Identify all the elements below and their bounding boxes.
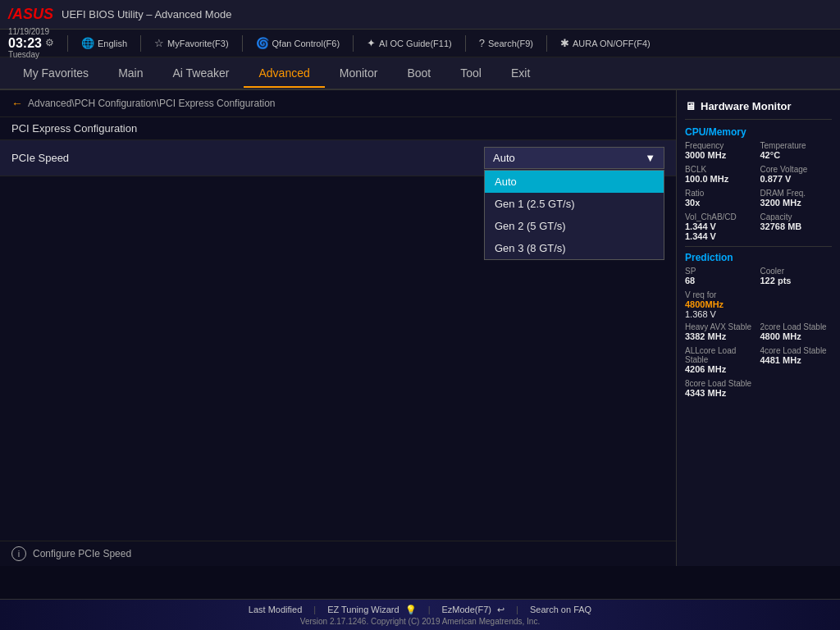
cpu-memory-section-title: CPU/Memory <box>685 126 832 138</box>
v-req-label: V req for <box>685 290 832 299</box>
nav-my-favorites[interactable]: My Favorites <box>8 60 103 86</box>
sp-cooler-row: SP 68 Cooler 122 pts <box>685 267 832 285</box>
footer-top: Last Modified | EZ Tuning Wizard 💡 | EzM… <box>237 605 603 615</box>
bclk-label: BCLK <box>685 165 757 174</box>
frequency-label: Frequency <box>685 141 757 150</box>
qfan-icon: 🌀 <box>256 37 269 49</box>
v-req-value: 1.368 V <box>685 309 832 319</box>
pcie-speed-dropdown[interactable]: Auto ▼ <box>484 147 664 169</box>
time-display: 03:23 <box>8 36 42 51</box>
footer-ez-tuning[interactable]: EZ Tuning Wizard 💡 <box>316 605 427 615</box>
cooler-value: 122 pts <box>760 276 833 285</box>
twocore-row: Heavy AVX Stable 3382 MHz 2core Load Sta… <box>685 322 832 341</box>
nav-exit[interactable]: Exit <box>496 60 545 86</box>
ratio-value: 30x <box>685 198 757 208</box>
dropdown-option-gen3[interactable]: Gen 3 (8 GT/s) <box>485 237 664 259</box>
fourcore-label: 4core Load Stable <box>760 346 833 355</box>
myfavorite-icon: ☆ <box>154 37 164 49</box>
sp-value: 68 <box>685 276 757 285</box>
language-label: English <box>98 39 127 48</box>
nav-advanced[interactable]: Advanced <box>244 60 324 88</box>
temperature-label: Temperature <box>760 141 833 150</box>
v-req-highlight: 4800MHz <box>685 299 832 309</box>
dropdown-current-value: Auto <box>493 152 515 164</box>
left-panel: ← Advanced\PCH Configuration\PCI Express… <box>0 90 676 566</box>
temperature-value: 42°C <box>760 150 833 160</box>
dropdown-arrow-icon: ▼ <box>645 152 655 164</box>
cooler-label: Cooler <box>760 267 833 276</box>
search-button[interactable]: ? Search(F9) <box>472 35 540 51</box>
nav-boot[interactable]: Boot <box>392 60 445 86</box>
asus-logo: /ASUS <box>8 6 53 23</box>
settings-icon[interactable]: ⚙ <box>45 38 54 48</box>
vol-chab-value: 1.344 V <box>685 221 757 231</box>
footer-copyright: Version 2.17.1246. Copyright (C) 2019 Am… <box>300 617 540 626</box>
aura-button[interactable]: ✱ AURA ON/OFF(F4) <box>554 35 657 51</box>
ratio-label: Ratio <box>685 189 757 198</box>
fourcore-row: ALLcore Load Stable 4206 MHz 4core Load … <box>685 346 832 374</box>
nav-monitor[interactable]: Monitor <box>325 60 393 86</box>
heavy-avx-value: 3382 MHz <box>685 331 757 341</box>
myfavorite-label: MyFavorite(F3) <box>167 39 229 48</box>
eightcore-value: 4343 MHz <box>685 388 757 398</box>
bios-title: UEFI BIOS Utility – Advanced Mode <box>62 8 231 21</box>
dropdown-option-gen1[interactable]: Gen 1 (2.5 GT/s) <box>485 193 664 215</box>
nav-menu: My Favorites Main Ai Tweaker Advanced Mo… <box>0 57 840 90</box>
ratio-dram-row: Ratio 30x DRAM Freq. 3200 MHz <box>685 189 832 208</box>
footer-ez-mode[interactable]: EzMode(F7) ↩ <box>430 605 516 615</box>
dropdown-option-gen2[interactable]: Gen 2 (5 GT/s) <box>485 215 664 237</box>
main-area: ← Advanced\PCH Configuration\PCI Express… <box>0 90 840 566</box>
vol-chab-label: Vol_ChAB/CD <box>685 212 757 221</box>
breadcrumb-text: Advanced\PCH Configuration\PCI Express C… <box>28 98 276 109</box>
myfavorite-button[interactable]: ☆ MyFavorite(F3) <box>148 35 235 51</box>
cpu-freq-temp-row: Frequency 3000 MHz Temperature 42°C <box>685 141 832 160</box>
footer-last-modified[interactable]: Last Modified <box>237 605 313 614</box>
dropdown-option-auto[interactable]: Auto <box>485 171 664 193</box>
footer: Last Modified | EZ Tuning Wizard 💡 | EzM… <box>0 599 840 630</box>
v-req-row: V req for 4800MHz 1.368 V <box>685 290 832 319</box>
toolbar-sep-5 <box>465 35 466 52</box>
bulb-icon: 💡 <box>405 605 417 614</box>
footer-search-faq[interactable]: Search on FAQ <box>518 605 603 614</box>
nav-tool[interactable]: Tool <box>445 60 496 86</box>
prediction-section-title: Prediction <box>685 252 832 263</box>
qfan-label: Qfan Control(F6) <box>272 39 340 48</box>
breadcrumb: ← Advanced\PCH Configuration\PCI Express… <box>0 90 676 117</box>
day-display: Tuesday <box>8 50 54 59</box>
aura-icon: ✱ <box>560 37 569 49</box>
toolbar-sep-2 <box>140 35 141 52</box>
toolbar-sep-6 <box>546 35 547 52</box>
ez-tuning-label: EZ Tuning Wizard <box>327 605 399 614</box>
qfan-button[interactable]: 🌀 Qfan Control(F6) <box>249 35 347 51</box>
search-icon: ? <box>479 37 485 49</box>
nav-ai-tweaker[interactable]: Ai Tweaker <box>158 60 244 86</box>
config-row-pcie-speed: PCIe Speed Auto ▼ Auto Gen 1 (2.5 GT/s) … <box>0 140 676 176</box>
language-button[interactable]: 🌐 English <box>75 35 134 51</box>
core-voltage-label: Core Voltage <box>760 165 833 174</box>
aura-label: AURA ON/OFF(F4) <box>573 39 651 48</box>
section-title: PCI Express Configuration <box>0 117 676 140</box>
hw-divider <box>685 246 832 247</box>
monitor-icon: 🖥 <box>685 100 696 112</box>
nav-main[interactable]: Main <box>103 60 158 86</box>
fourcore-value: 4481 MHz <box>760 355 833 365</box>
aioc-label: AI OC Guide(F11) <box>379 39 452 48</box>
bclk-value: 100.0 MHz <box>685 174 757 184</box>
status-text: Configure PCIe Speed <box>33 548 131 559</box>
twocore-label: 2core Load Stable <box>760 322 833 331</box>
vol-capacity-row: Vol_ChAB/CD 1.344 V 1.344 V Capacity 327… <box>685 212 832 241</box>
eightcore-label: 8core Load Stable <box>685 379 757 388</box>
hw-monitor-label: Hardware Monitor <box>701 100 792 112</box>
back-arrow-icon[interactable]: ← <box>11 97 23 110</box>
sp-label: SP <box>685 267 757 276</box>
aioc-icon: ✦ <box>367 37 376 49</box>
twocore-value: 4800 MHz <box>760 331 833 341</box>
aioc-button[interactable]: ✦ AI OC Guide(F11) <box>360 35 459 51</box>
header-bar: /ASUS UEFI BIOS Utility – Advanced Mode <box>0 0 840 30</box>
search-label: Search(F9) <box>488 39 533 48</box>
allcore-label: ALLcore Load Stable <box>685 346 757 364</box>
status-bar: i Configure PCIe Speed <box>0 541 676 566</box>
right-panel: 🖥 Hardware Monitor CPU/Memory Frequency … <box>676 90 840 566</box>
allcore-value: 4206 MHz <box>685 364 757 374</box>
toolbar-sep-3 <box>242 35 243 52</box>
